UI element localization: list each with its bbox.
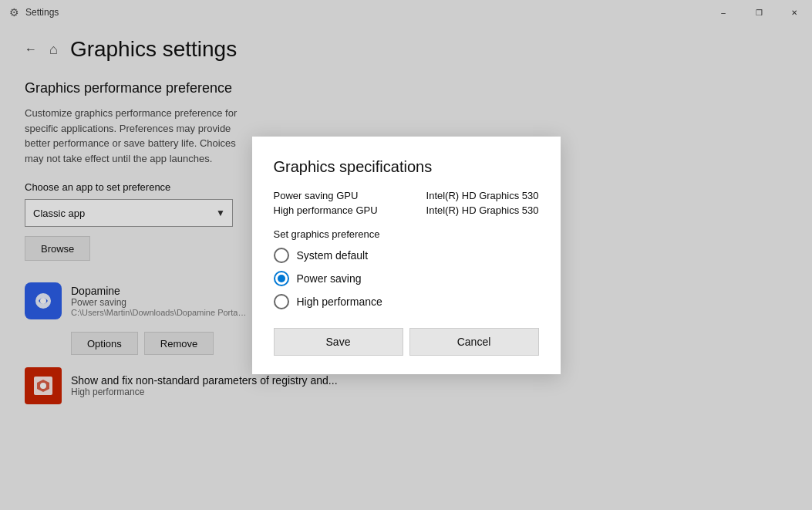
spec-value-0: Intel(R) HD Graphics 530: [426, 190, 539, 201]
spec-label-1: High performance GPU: [274, 204, 378, 216]
spec-label-0: Power saving GPU: [274, 190, 359, 201]
radio-label-power-saving: Power saving: [297, 272, 362, 285]
radio-label-high-performance: High performance: [297, 296, 382, 308]
radio-label-system-default: System default: [297, 249, 369, 262]
radio-high-performance[interactable]: High performance: [274, 294, 539, 309]
spec-row-0: Power saving GPU Intel(R) HD Graphics 53…: [274, 190, 539, 201]
graphics-specs-dialog: Graphics specifications Power saving GPU…: [252, 137, 561, 374]
radio-outer-power-saving: [274, 271, 289, 286]
radio-group: System default Power saving High perform…: [274, 248, 539, 309]
dialog-title: Graphics specifications: [274, 158, 539, 176]
radio-power-saving[interactable]: Power saving: [274, 271, 539, 286]
radio-inner-power-saving: [278, 275, 285, 282]
spec-row-1: High performance GPU Intel(R) HD Graphic…: [274, 204, 539, 216]
dialog-save-button[interactable]: Save: [274, 328, 403, 356]
radio-outer-system-default: [274, 248, 289, 263]
dialog-cancel-button[interactable]: Cancel: [409, 328, 539, 356]
radio-outer-high-performance: [274, 294, 289, 309]
dialog-specs: Power saving GPU Intel(R) HD Graphics 53…: [274, 190, 539, 216]
dialog-actions: Save Cancel: [274, 328, 539, 356]
spec-value-1: Intel(R) HD Graphics 530: [426, 204, 539, 216]
pref-title: Set graphics preference: [274, 228, 539, 240]
radio-system-default[interactable]: System default: [274, 248, 539, 263]
dialog-overlay: Graphics specifications Power saving GPU…: [0, 0, 812, 510]
